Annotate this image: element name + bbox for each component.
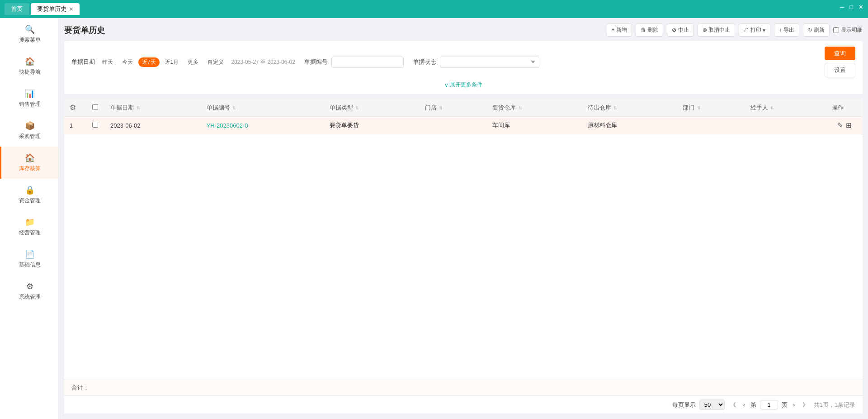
th-department[interactable]: 部门 ⇅ — [677, 99, 745, 117]
sort-type-icon: ⇅ — [355, 105, 359, 110]
close-tab-icon[interactable]: ✕ — [69, 6, 73, 12]
query-button[interactable]: 查询 — [825, 47, 855, 60]
sidebar-item-search-menu[interactable]: 🔍 搜索菜单 — [0, 18, 58, 50]
system-icon: ⚙ — [26, 281, 33, 291]
th-type[interactable]: 单据类型 ⇅ — [324, 99, 420, 117]
sort-number-icon: ⇅ — [232, 105, 236, 110]
sidebar-item-quick-nav[interactable]: 🏠 快捷导航 — [0, 50, 58, 82]
first-page-button[interactable]: 《 — [728, 400, 738, 410]
page-header: 要货单历史 + 新增 🗑 删除 ⊘ 中止 ⊗ 取消中止 🖨 打印 ▾ — [64, 24, 863, 37]
th-settings[interactable]: ⚙ — [64, 99, 87, 117]
sales-icon: 📊 — [25, 89, 35, 99]
inventory-icon: 🏠 — [25, 153, 35, 163]
tab-requisition-history[interactable]: 要货单历史 ✕ — [31, 3, 80, 15]
row-checkbox-cell — [87, 117, 105, 134]
select-all-checkbox[interactable] — [92, 104, 98, 110]
doc-number-input[interactable] — [331, 57, 404, 68]
sidebar-item-inventory[interactable]: 🏠 库存核算 — [0, 147, 58, 179]
page-title: 要货单历史 — [64, 25, 105, 36]
close-icon[interactable]: ✕ — [859, 4, 863, 10]
shortcut-last1month[interactable]: 近1月 — [161, 57, 183, 67]
minimize-icon[interactable]: ─ — [840, 4, 844, 10]
table-header: ⚙ 单据日期 ⇅ 单据编号 ⇅ — [64, 99, 863, 117]
display-detail-checkbox[interactable] — [833, 27, 839, 33]
shortcut-custom[interactable]: 自定义 — [204, 57, 227, 67]
sidebar-item-finance[interactable]: 🔒 资金管理 — [0, 179, 58, 211]
filter-settings-button[interactable]: 设置 — [825, 63, 855, 77]
row-number-link[interactable]: YH-20230602-0 — [207, 122, 248, 129]
operations-icon: 📁 — [25, 217, 35, 227]
row-edit-icon[interactable]: ✎ — [837, 121, 843, 129]
search-menu-icon: 🔍 — [25, 24, 35, 34]
sidebar-item-purchase[interactable]: 📦 采购管理 — [0, 114, 58, 147]
table-body: 1 2023-06-02 YH-20230602-0 要货单要货 车间库 原材料… — [64, 117, 863, 134]
th-checkbox — [87, 99, 105, 117]
th-number[interactable]: 单据编号 ⇅ — [201, 99, 324, 117]
row-settings-cell: 1 — [64, 117, 87, 134]
pagination: 每页显示 50 10 20 100 《 ‹ 第 页 › 》 共1页，1条记录 — [64, 395, 863, 414]
row-copy-icon[interactable]: ⊞ — [846, 121, 852, 129]
finance-icon: 🔒 — [25, 185, 35, 195]
th-handler[interactable]: 经手人 ⇅ — [745, 99, 826, 117]
sort-handler-icon: ⇅ — [770, 105, 774, 110]
data-table: ⚙ 单据日期 ⇅ 单据编号 ⇅ — [64, 99, 863, 134]
sidebar-item-system[interactable]: ⚙ 系统管理 — [0, 275, 58, 307]
shortcut-more[interactable]: 更多 — [184, 57, 202, 67]
doc-status-filter-group: 单据状态 — [413, 57, 539, 68]
toolbar: + 新增 🗑 删除 ⊘ 中止 ⊗ 取消中止 🖨 打印 ▾ ↑ 导出 — [607, 24, 863, 37]
refresh-button[interactable]: ↻ 刷新 — [803, 24, 830, 37]
row-number: YH-20230602-0 — [201, 117, 324, 134]
purchase-icon: 📦 — [25, 121, 35, 131]
summary-row: 合计： — [64, 380, 863, 395]
print-dropdown-icon: ▾ — [763, 27, 765, 33]
row-type: 要货单要货 — [324, 117, 420, 134]
top-navbar: 首页 要货单历史 ✕ ─ □ ✕ — [0, 0, 868, 18]
new-button[interactable]: + 新增 — [607, 24, 632, 37]
last-page-button[interactable]: 》 — [801, 400, 810, 410]
per-page-select[interactable]: 50 10 20 100 — [699, 400, 725, 410]
expand-conditions-button[interactable]: ∨ 展开更多条件 — [444, 81, 482, 89]
shortcut-today[interactable]: 今天 — [118, 57, 137, 67]
th-date[interactable]: 单据日期 ⇅ — [105, 99, 201, 117]
quick-nav-icon: 🏠 — [25, 57, 35, 67]
prev-page-button[interactable]: ‹ — [741, 400, 747, 409]
maximize-icon[interactable]: □ — [849, 4, 853, 10]
th-pending-warehouse[interactable]: 待出仓库 ⇅ — [582, 99, 678, 117]
sidebar-item-base-info[interactable]: 📄 基础信息 — [0, 243, 58, 275]
display-detail-checkbox-label[interactable]: 显示明细 — [833, 26, 863, 34]
doc-number-filter-group: 单据编号 — [304, 57, 404, 68]
row-req-warehouse: 车间库 — [487, 117, 582, 134]
date-range-display: 2023-05-27 至 2023-06-02 — [231, 58, 295, 66]
row-store — [420, 117, 487, 134]
sort-req-warehouse-icon: ⇅ — [519, 105, 522, 110]
sidebar-item-operations[interactable]: 📁 经营管理 — [0, 211, 58, 243]
th-store[interactable]: 门店 ⇅ — [420, 99, 487, 117]
doc-status-label: 单据状态 — [413, 58, 436, 66]
page-number-input[interactable] — [760, 400, 778, 409]
sort-pending-warehouse-icon: ⇅ — [613, 105, 617, 110]
export-button[interactable]: ↑ 导出 — [774, 24, 799, 37]
sidebar-item-sales[interactable]: 📊 销售管理 — [0, 82, 58, 114]
filter-area: 单据日期 昨天 今天 近7天 近1月 更多 自定义 2023-05-27 至 2… — [64, 41, 863, 94]
settings-gear-icon[interactable]: ⚙ — [70, 104, 76, 111]
date-filter-label: 单据日期 — [71, 58, 95, 66]
row-checkbox[interactable] — [92, 122, 98, 128]
print-button[interactable]: 🖨 打印 ▾ — [739, 24, 770, 37]
suspend-button[interactable]: ⊘ 中止 — [667, 24, 693, 37]
delete-button[interactable]: 🗑 删除 — [636, 24, 663, 37]
action-buttons: 查询 设置 — [825, 47, 855, 77]
row-ops: ✎ ⊞ — [826, 117, 863, 134]
cancel-suspend-button[interactable]: ⊗ 取消中止 — [698, 24, 735, 37]
row-date: 2023-06-02 — [105, 117, 201, 134]
sidebar: 🔍 搜索菜单 🏠 快捷导航 📊 销售管理 📦 采购管理 🏠 库存核算 🔒 资金管… — [0, 18, 59, 419]
tab-home[interactable]: 首页 — [5, 3, 29, 15]
th-req-warehouse[interactable]: 要货仓库 ⇅ — [487, 99, 582, 117]
next-page-button[interactable]: › — [791, 400, 797, 409]
sort-date-icon: ⇅ — [137, 105, 140, 110]
date-shortcuts: 昨天 今天 近7天 近1月 更多 自定义 — [99, 57, 227, 67]
shortcut-yesterday[interactable]: 昨天 — [99, 57, 117, 67]
table-row: 1 2023-06-02 YH-20230602-0 要货单要货 车间库 原材料… — [64, 117, 863, 134]
doc-status-select[interactable] — [440, 57, 539, 68]
sort-department-icon: ⇅ — [697, 105, 701, 110]
shortcut-last7days[interactable]: 近7天 — [138, 57, 160, 67]
